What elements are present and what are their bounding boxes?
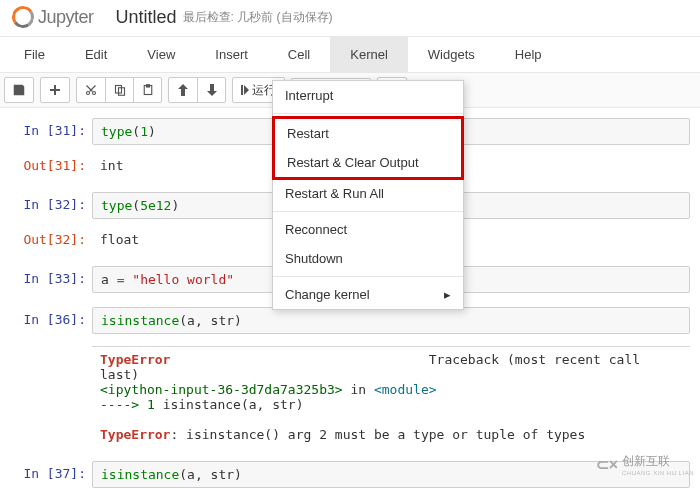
dropdown-restart[interactable]: Restart: [275, 119, 461, 148]
move-down-button[interactable]: [197, 78, 225, 102]
error-output: TypeError Traceback (most recent call la…: [92, 346, 690, 447]
svg-rect-1: [50, 89, 60, 91]
svg-rect-8: [241, 85, 243, 95]
menu-help[interactable]: Help: [495, 37, 562, 72]
paste-button[interactable]: [133, 78, 161, 102]
in-prompt: In [36]:: [20, 307, 92, 334]
dropdown-separator: [273, 276, 463, 277]
menubar: File Edit View Insert Cell Kernel Widget…: [0, 37, 700, 73]
watermark-icon: ⊂×: [596, 455, 618, 474]
move-up-button[interactable]: [169, 78, 197, 102]
dropdown-shutdown[interactable]: Shutdown: [273, 244, 463, 273]
copy-button[interactable]: [105, 78, 133, 102]
dropdown-separator: [273, 211, 463, 212]
jupyter-logo-icon: [10, 4, 35, 29]
watermark-main: 创新互联: [622, 453, 694, 470]
change-kernel-label: Change kernel: [285, 287, 370, 302]
dropdown-change-kernel[interactable]: Change kernel ▸: [273, 280, 463, 309]
svg-point-3: [93, 92, 96, 95]
menu-widgets[interactable]: Widgets: [408, 37, 495, 72]
menu-kernel[interactable]: Kernel: [330, 37, 408, 72]
chevron-right-icon: ▸: [444, 287, 451, 302]
dropdown-separator: [273, 113, 463, 114]
cell-36-error: TypeError Traceback (most recent call la…: [0, 338, 700, 451]
dropdown-reconnect[interactable]: Reconnect: [273, 215, 463, 244]
menu-view[interactable]: View: [127, 37, 195, 72]
in-prompt: In [31]:: [20, 118, 92, 145]
dropdown-restart-run[interactable]: Restart & Run All: [273, 179, 463, 208]
kernel-dropdown: Interrupt Restart Restart & Clear Output…: [272, 80, 464, 310]
highlight-box: Restart Restart & Clear Output: [272, 116, 464, 180]
watermark: ⊂× 创新互联 CHUANG XIN HU LIAN: [596, 453, 694, 476]
watermark-sub: CHUANG XIN HU LIAN: [622, 470, 694, 476]
save-button[interactable]: [5, 78, 33, 102]
menu-file[interactable]: File: [4, 37, 65, 72]
header-bar: Jupyter Untitled 最后检查: 几秒前 (自动保存): [0, 0, 700, 37]
out-prompt: Out[32]:: [20, 227, 92, 252]
out-prompt: Out[31]:: [20, 153, 92, 178]
checkpoint-status: 最后检查: 几秒前 (自动保存): [183, 9, 333, 26]
add-cell-button[interactable]: [41, 78, 69, 102]
cut-button[interactable]: [77, 78, 105, 102]
app-name: Jupyter: [38, 7, 94, 28]
in-prompt: In [32]:: [20, 192, 92, 219]
menu-cell[interactable]: Cell: [268, 37, 330, 72]
menu-insert[interactable]: Insert: [195, 37, 268, 72]
document-title[interactable]: Untitled: [116, 7, 177, 28]
in-prompt: In [37]:: [20, 461, 92, 488]
svg-rect-7: [146, 85, 149, 87]
code-input[interactable]: isinstance(a, str): [92, 307, 690, 334]
dropdown-interrupt[interactable]: Interrupt: [273, 81, 463, 110]
svg-point-2: [87, 92, 90, 95]
dropdown-restart-clear[interactable]: Restart & Clear Output: [275, 148, 461, 177]
in-prompt: In [33]:: [20, 266, 92, 293]
jupyter-logo: Jupyter: [12, 6, 94, 28]
menu-edit[interactable]: Edit: [65, 37, 127, 72]
